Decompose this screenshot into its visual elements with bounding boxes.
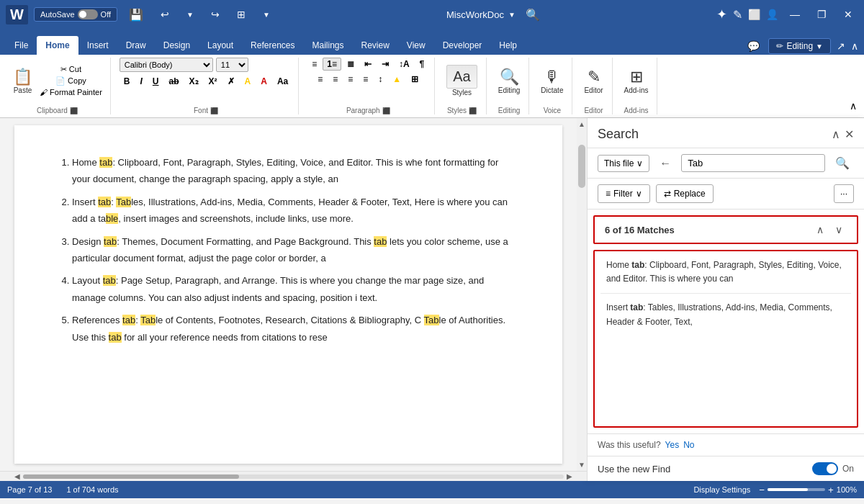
font-size-select[interactable]: 11 bbox=[216, 58, 248, 72]
bold-button[interactable]: B bbox=[120, 75, 135, 88]
vertical-scrollbar[interactable]: ▲ ▼ bbox=[577, 118, 587, 471]
search-input[interactable] bbox=[681, 154, 825, 172]
italic-button[interactable]: I bbox=[135, 75, 146, 88]
indent-decrease-button[interactable]: ⇤ bbox=[360, 58, 376, 71]
sort-button[interactable]: ↕A bbox=[395, 58, 414, 71]
paragraph-expand[interactable]: ⬛ bbox=[382, 107, 390, 114]
show-marks-button[interactable]: ¶ bbox=[415, 58, 429, 71]
scroll-thumb[interactable] bbox=[578, 145, 585, 188]
screen-icon[interactable]: ⬜ bbox=[748, 9, 760, 20]
multilevel-button[interactable]: ≣ bbox=[343, 58, 359, 71]
ribbon-collapse-btn[interactable]: ∧ bbox=[847, 97, 860, 114]
search-collapse-button[interactable]: ∧ bbox=[832, 127, 840, 141]
indent-increase-button[interactable]: ⇥ bbox=[377, 58, 393, 71]
align-right-button[interactable]: ≡ bbox=[343, 73, 357, 86]
zoom-out-button[interactable]: − bbox=[759, 485, 765, 495]
more-options-button[interactable]: ··· bbox=[834, 184, 854, 203]
feedback-no-link[interactable]: No bbox=[683, 440, 694, 450]
font-color-button[interactable]: A bbox=[256, 75, 271, 88]
subscript-button[interactable]: X₂ bbox=[185, 75, 203, 88]
tab-design[interactable]: Design bbox=[155, 36, 199, 55]
results-list[interactable]: Home tab: Clipboard, Font, Paragraph, St… bbox=[593, 250, 858, 428]
tab-home[interactable]: Home bbox=[37, 36, 78, 55]
paste-button[interactable]: 📋 Paste bbox=[10, 66, 35, 96]
editing-button[interactable]: 🔍 Editing bbox=[495, 66, 523, 96]
autosave-toggle[interactable] bbox=[78, 9, 98, 19]
close-button[interactable]: ✕ bbox=[838, 6, 858, 23]
clipboard-expand[interactable]: ⬛ bbox=[70, 107, 78, 114]
result-prev-button[interactable]: ∧ bbox=[812, 222, 828, 237]
styles-gallery-button[interactable]: Aa Styles bbox=[444, 63, 480, 98]
styles-expand[interactable]: ⬛ bbox=[469, 107, 477, 114]
search-close-button[interactable]: ✕ bbox=[845, 127, 854, 141]
account-icon[interactable]: 👤 bbox=[766, 9, 778, 20]
numbering-button[interactable]: 1≡ bbox=[323, 58, 341, 71]
autosave-button[interactable]: AutoSave Off bbox=[34, 7, 117, 22]
format-painter-button[interactable]: 🖌 Format Painter bbox=[37, 87, 104, 97]
borders-button[interactable]: ⊞ bbox=[407, 73, 423, 86]
clear-format-button[interactable]: ✗ bbox=[223, 75, 239, 88]
tab-insert[interactable]: Insert bbox=[78, 36, 117, 55]
redo-button[interactable]: ↪ bbox=[205, 6, 225, 23]
result-item-1[interactable]: Home tab: Clipboard, Font, Paragraph, St… bbox=[600, 251, 851, 294]
addins-button[interactable]: ⊞ Add-ins bbox=[621, 66, 652, 96]
tab-review[interactable]: Review bbox=[353, 36, 398, 55]
zoom-in-button[interactable]: + bbox=[828, 485, 834, 495]
filename-arrow[interactable]: ▼ bbox=[508, 11, 516, 19]
ribbon-collapse[interactable]: ∧ bbox=[851, 40, 858, 52]
highlight-button[interactable]: A bbox=[240, 75, 256, 88]
copy-button[interactable]: 📄 Copy bbox=[37, 76, 104, 86]
search-back-button[interactable]: ← bbox=[655, 156, 675, 171]
justify-button[interactable]: ≡ bbox=[359, 73, 372, 86]
search-scope-select[interactable]: This file ∨ bbox=[598, 155, 649, 172]
bullets-button[interactable]: ≡ bbox=[307, 58, 321, 71]
display-settings[interactable]: Display Settings bbox=[693, 485, 750, 494]
superscript-button[interactable]: X² bbox=[204, 75, 222, 88]
tab-draw[interactable]: Draw bbox=[117, 36, 155, 55]
restore-button[interactable]: ❐ bbox=[811, 6, 832, 23]
feedback-yes-link[interactable]: Yes bbox=[665, 440, 680, 450]
search-button[interactable]: 🔍 bbox=[520, 6, 546, 23]
tab-view[interactable]: View bbox=[398, 36, 434, 55]
font-family-select[interactable]: Calibri (Body) bbox=[120, 58, 213, 72]
dictate-button[interactable]: 🎙 Dictate bbox=[538, 66, 566, 96]
minimize-button[interactable]: — bbox=[784, 6, 806, 23]
hscroll-left-arrow[interactable]: ◀ bbox=[12, 472, 23, 480]
cut-button[interactable]: ✂ Cut bbox=[37, 64, 104, 75]
tab-references[interactable]: References bbox=[242, 36, 303, 55]
editor-button[interactable]: ✎ Editor bbox=[581, 66, 606, 96]
replace-button[interactable]: ⇄ Replace bbox=[656, 184, 714, 203]
result-next-button[interactable]: ∨ bbox=[831, 222, 847, 237]
tab-mailings[interactable]: Mailings bbox=[303, 36, 352, 55]
document-scroll-area[interactable]: Home tab: Clipboard, Font, Paragraph, St… bbox=[0, 118, 577, 471]
pen-icon[interactable]: ✎ bbox=[733, 8, 742, 22]
align-center-button[interactable]: ≡ bbox=[328, 73, 342, 86]
comment-button[interactable]: 💬 bbox=[744, 37, 762, 55]
tab-file[interactable]: File bbox=[6, 36, 37, 55]
text-effects-button[interactable]: Aa bbox=[273, 75, 292, 88]
result-item-2[interactable]: Insert tab: Tables, Illustrations, Add-i… bbox=[600, 294, 851, 336]
copilot-icon[interactable]: ✦ bbox=[716, 6, 727, 22]
new-find-toggle[interactable] bbox=[812, 462, 838, 475]
scroll-up-arrow[interactable]: ▲ bbox=[576, 118, 587, 130]
hscroll-right-arrow[interactable]: ▶ bbox=[564, 472, 575, 480]
layout-dropdown[interactable]: ▼ bbox=[257, 8, 276, 22]
line-spacing-button[interactable]: ↕ bbox=[374, 73, 387, 86]
save-button[interactable]: 💾 bbox=[123, 5, 149, 24]
editing-mode-button[interactable]: ✏ Editing ▼ bbox=[768, 38, 831, 54]
undo-dropdown[interactable]: ▼ bbox=[181, 8, 199, 22]
tab-developer[interactable]: Developer bbox=[434, 36, 491, 55]
filter-button[interactable]: ≡ Filter ∨ bbox=[598, 184, 650, 203]
tab-help[interactable]: Help bbox=[490, 36, 526, 55]
scroll-down-arrow[interactable]: ▼ bbox=[576, 459, 587, 471]
font-expand[interactable]: ⬛ bbox=[210, 107, 218, 114]
zoom-slider[interactable] bbox=[768, 488, 825, 491]
undo-button[interactable]: ↩ bbox=[155, 6, 175, 23]
layout-mode-button[interactable]: ⊞ bbox=[231, 6, 251, 23]
underline-button[interactable]: U bbox=[148, 75, 163, 88]
strikethrough-button[interactable]: ab bbox=[165, 75, 184, 88]
shading-button[interactable]: ▲ bbox=[388, 73, 405, 86]
horizontal-scrollbar[interactable]: ◀ ▶ bbox=[0, 471, 587, 481]
search-go-button[interactable]: 🔍 bbox=[831, 155, 854, 171]
share-button[interactable]: ↗ bbox=[837, 40, 845, 52]
